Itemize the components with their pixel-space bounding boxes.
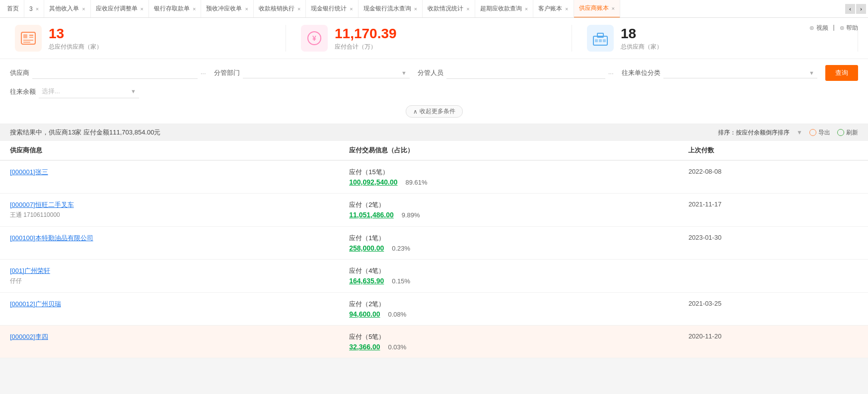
refresh-button[interactable]: 刷新 — [837, 129, 858, 137]
tx-percent-1: 9.89% — [402, 211, 420, 219]
last-pay-5: 2020-11-20 — [688, 332, 858, 340]
supplier-link-0[interactable]: [000001]张三 — [10, 168, 349, 177]
video-link[interactable]: ⊙ 视频 — [809, 24, 828, 32]
table-area: 供应商信息 应付交易信息（占比） 上次付数 [000001]张三 应付（15笔）… — [0, 141, 868, 358]
balance-dropdown-arrow: ▼ — [131, 88, 136, 94]
tx-percent-3: 0.15% — [392, 277, 410, 285]
tx-amount-1[interactable]: 11,051,486.00 — [349, 211, 394, 219]
stat-text-payable-suppliers: 13 总应付供应商（家） — [49, 25, 102, 52]
filter-input-person[interactable] — [446, 67, 605, 79]
svg-rect-1 — [23, 34, 27, 38]
svg-rect-12 — [603, 39, 606, 42]
tx-label-3: 应付（4笔） — [349, 266, 688, 275]
nav-tab-cash-flow-query[interactable]: 现金银行流水查询 × — [359, 0, 423, 18]
table-row: [000100]本特勤油品有限公司 应付（1笔） 258,000.00 0.23… — [0, 227, 868, 260]
tx-label-0: 应付（15笔） — [349, 168, 688, 177]
close-tab-receivable-exec[interactable]: × — [297, 6, 300, 12]
result-bar: 搜索结果中，供应商13家 应付金额111,703,854.00元 排序：按应付余… — [0, 124, 868, 141]
filter-label-balance: 往来余额 — [10, 87, 36, 96]
stats-bar: 13 总应付供应商（家） ¥ 11,170.39 应付合计（万） 1 — [0, 18, 868, 59]
result-summary: 搜索结果中，供应商13家 应付金额111,703,854.00元 — [10, 128, 160, 137]
close-tab-collection-stats[interactable]: × — [466, 6, 469, 12]
last-pay-0: 2022-08-08 — [688, 168, 858, 175]
filter-label-dept: 分管部门 — [214, 68, 240, 77]
total-suppliers-icon — [587, 25, 614, 52]
col-header-supplier: 供应商信息 — [10, 146, 349, 155]
tx-amount-4[interactable]: 94,600.00 — [349, 310, 380, 318]
supplier-link-3[interactable]: [001]广州荣轩 — [10, 266, 349, 275]
nav-next-button[interactable]: › — [856, 4, 866, 14]
nav-tab-receivable-exec[interactable]: 收款核销执行 × — [254, 0, 306, 18]
tx-amount-0[interactable]: 100,092,540.00 — [349, 178, 397, 186]
export-button[interactable]: 导出 — [809, 129, 830, 137]
nav-tab-home[interactable]: 首页 — [2, 0, 24, 18]
filter-group-balance: 往来余额 选择... ▼ — [10, 85, 139, 98]
filter-select-category[interactable]: ▼ — [663, 68, 818, 78]
query-button[interactable]: 查询 — [825, 65, 858, 81]
nav-tab-supplier-ledger[interactable]: 供应商账本 × — [574, 0, 620, 18]
nav-tab-customer-ledger[interactable]: 客户账本 × — [533, 0, 574, 18]
sort-label[interactable]: 排序：按应付余额倒序排序 — [718, 129, 790, 137]
close-tab-bank-deposit[interactable]: × — [193, 6, 196, 12]
filter-row-1: 供应商 ··· 分管部门 ▼ 分管人员 ··· 往来单位分类 ▼ 查询 — [10, 65, 858, 81]
table-row: [000007]恒旺二手叉车 王通 17106110000 应付（2笔） 11,… — [0, 194, 868, 227]
tx-amount-5[interactable]: 32,366.00 — [349, 343, 380, 351]
nav-prev-button[interactable]: ‹ — [845, 4, 855, 14]
nav-tab-overdue-query[interactable]: 超期应收款查询 × — [475, 0, 533, 18]
payable-total-amount: 11,170.39 — [335, 25, 397, 42]
close-tab-3[interactable]: × — [36, 6, 39, 12]
tx-info-5: 应付（5笔） 32,366.00 0.03% — [349, 332, 688, 351]
filter-dots-supplier[interactable]: ··· — [201, 69, 206, 77]
filter-select-balance[interactable]: 选择... ▼ — [39, 85, 139, 98]
tx-label-5: 应付（5笔） — [349, 332, 688, 341]
supplier-link-2[interactable]: [000100]本特勤油品有限公司 — [10, 234, 349, 243]
close-tab-advance-collect[interactable]: × — [245, 6, 248, 12]
table-row: [000002]李四 应付（5笔） 32,366.00 0.03% 2020-1… — [0, 326, 868, 358]
close-tab-other-income[interactable]: × — [82, 6, 85, 12]
total-suppliers-label: 总供应商（家） — [621, 43, 662, 51]
payable-total-icon: ¥ — [301, 25, 328, 52]
table-header: 供应商信息 应付交易信息（占比） 上次付数 — [0, 141, 868, 161]
filter-input-supplier[interactable] — [32, 67, 198, 79]
stat-text-payable-total: 11,170.39 应付合计（万） — [335, 25, 397, 52]
close-tab-ar-ap-adjust[interactable]: × — [141, 6, 144, 12]
separator: | — [833, 24, 835, 32]
filter-group-person: 分管人员 ··· — [418, 67, 614, 79]
supplier-link-5[interactable]: [000002]李四 — [10, 332, 349, 341]
supplier-link-1[interactable]: [000007]恒旺二手叉车 — [10, 200, 349, 209]
supplier-info-3: [001]广州荣轩 仔仔 — [10, 266, 349, 285]
collapse-button[interactable]: ∧ 收起更多条件 — [406, 105, 463, 118]
filter-dots-person[interactable]: ··· — [608, 69, 614, 77]
nav-tab-cash-bank-stats[interactable]: 现金银行统计 × — [306, 0, 358, 18]
close-tab-overdue-query[interactable]: × — [525, 6, 528, 12]
nav-tab-bank-deposit[interactable]: 银行存取款单 × — [149, 0, 201, 18]
sort-dropdown-arrow: ▼ — [796, 129, 802, 136]
tx-info-0: 应付（15笔） 100,092,540.00 89.61% — [349, 168, 688, 186]
col-header-tx: 应付交易信息（占比） — [349, 146, 688, 155]
close-tab-cash-flow-query[interactable]: × — [414, 6, 417, 12]
filter-select-dept[interactable]: ▼ — [243, 68, 410, 78]
stat-item-payable-suppliers: 13 总应付供应商（家） — [10, 25, 286, 52]
nav-tab-collection-stats[interactable]: 收款情况统计 × — [423, 0, 475, 18]
tx-percent-0: 89.61% — [406, 179, 428, 186]
nav-tab-ar-ap-adjust[interactable]: 应收应付调整单 × — [91, 0, 149, 18]
filter-label-person: 分管人员 — [418, 68, 443, 77]
last-pay-1: 2021-11-17 — [688, 200, 858, 208]
payable-suppliers-count: 13 — [49, 25, 102, 42]
svg-rect-11 — [599, 39, 602, 42]
nav-tab-other-income[interactable]: 其他收入单 × — [44, 0, 90, 18]
supplier-sub-3: 仔仔 — [10, 277, 349, 285]
help-link[interactable]: ⊙ 帮助 — [840, 24, 858, 32]
nav-arrows: ‹ › — [845, 4, 866, 14]
nav-tab-advance-collect[interactable]: 预收冲应收单 × — [201, 0, 253, 18]
close-tab-customer-ledger[interactable]: × — [565, 6, 568, 12]
table-scroll: [000001]张三 应付（15笔） 100,092,540.00 89.61%… — [0, 161, 868, 358]
tx-amount-2[interactable]: 258,000.00 — [349, 244, 384, 252]
table-row: [000001]张三 应付（15笔） 100,092,540.00 89.61%… — [0, 161, 868, 194]
close-tab-supplier-ledger[interactable]: × — [612, 5, 615, 11]
close-tab-cash-bank-stats[interactable]: × — [350, 6, 353, 12]
supplier-link-4[interactable]: [000012]广州贝瑞 — [10, 300, 349, 309]
nav-tab-3[interactable]: 3 × — [24, 0, 44, 18]
filter-area: 供应商 ··· 分管部门 ▼ 分管人员 ··· 往来单位分类 ▼ 查询 往来 — [0, 59, 868, 124]
tx-amount-3[interactable]: 164,635.90 — [349, 277, 384, 285]
